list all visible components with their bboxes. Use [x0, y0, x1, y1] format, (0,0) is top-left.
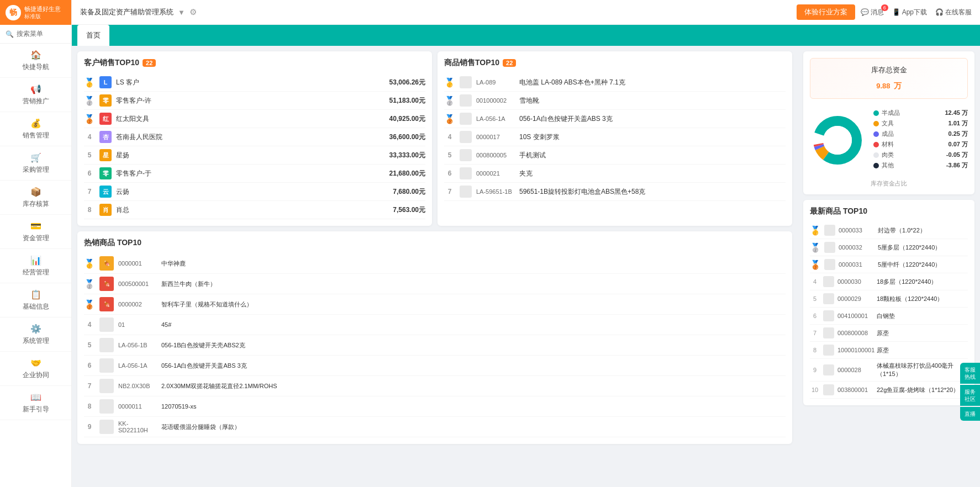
list-item: 6 LA-056-1A 056-1A白色按键开关盖ABS 3克 [84, 356, 786, 376]
product-code: 0000029 [837, 295, 873, 302]
message-badge: 6 [881, 4, 888, 11]
product-name: 12070519-xs [161, 403, 786, 410]
topbar-title: 装备及固定资产辅助管理系统 ▼ ⚙ [80, 7, 791, 17]
product-icon [824, 259, 835, 270]
medal-silver: 🥈 [84, 279, 95, 289]
product-code: 0000001 [118, 260, 157, 267]
product-name: 体械嘉枝味苏打饮品400毫升（1*15） [877, 362, 968, 378]
sidebar-item-0[interactable]: 🏠 快捷导航 [0, 44, 71, 78]
sidebar-item-3[interactable]: 🛒 采购管理 [0, 146, 71, 181]
trial-btn[interactable]: 体验行业方案 [797, 4, 855, 20]
sidebar-item-7[interactable]: 📋 基础信息 [0, 283, 71, 317]
rank-num: 7 [84, 382, 95, 390]
list-item: 4 01 45# [84, 315, 786, 335]
sidebar-item-2[interactable]: 💰 销售管理 [0, 112, 71, 146]
medal-bronze: 🥉 [84, 114, 95, 124]
table-row: 6 0000021 夹克 [444, 165, 786, 183]
sidebar-item-1[interactable]: 📢 营销推广 [0, 78, 71, 112]
rank-num: 5 [444, 151, 455, 159]
app-download-action[interactable]: 📱 App下载 [892, 8, 927, 17]
donut-chart [810, 113, 865, 168]
product-code: 000800005 [476, 152, 515, 158]
product-icon [823, 327, 834, 338]
product-code: 000500001 [118, 280, 157, 287]
medal-gold: 🥇 [84, 77, 95, 88]
product-icon [823, 384, 834, 395]
customer-value: 51,183.00元 [389, 96, 425, 105]
legend-dot [873, 152, 879, 158]
list-item: 🥉 0000031 5厘中纤（1220*2440） [810, 256, 968, 273]
legend-item: 其他 -3.86 万 [873, 161, 968, 170]
message-action[interactable]: 💬 消息 6 [861, 8, 884, 17]
list-item: 🥇 🍖 0000001 中华神鹿 [84, 253, 786, 274]
product-name: 056-1A白色按键开关盖ABS 3克 [519, 114, 786, 124]
hot-products-title: 热销商品 TOP10 [84, 238, 786, 248]
table-row: 7 LA-59651-1B 59651-1B旋转投影灯电池盒ABS黑色+58克 [444, 183, 786, 201]
product-code: LA-056-1A [118, 362, 157, 369]
table-row: 4 0000017 10S 变刺罗浆 [444, 128, 786, 146]
sidebar-item-8[interactable]: ⚙️ 系统管理 [0, 317, 71, 352]
tab-home[interactable]: 首页 [77, 25, 109, 46]
product-thumbnail: 🍖 [99, 256, 114, 271]
sidebar-item-6[interactable]: 📊 经营管理 [0, 249, 71, 283]
dropdown-icon[interactable]: ▼ [178, 8, 185, 17]
float-support-btn-2[interactable]: 直播 [960, 407, 980, 421]
medal-gold: 🥇 [810, 225, 821, 236]
sidebar-icon-7: 📋 [30, 289, 41, 300]
newest-products-title: 最新商品 TOP10 [810, 207, 968, 216]
list-item: 7 000800008 原垄 [810, 325, 968, 342]
product-code: 004100001 [837, 313, 873, 319]
product-name: 夹克 [519, 169, 786, 178]
product-name: 原垄 [877, 329, 968, 337]
customer-name: 云扬 [116, 187, 388, 197]
medal-bronze: 🥉 [810, 260, 821, 270]
product-thumbnail: 🍖 [99, 277, 114, 291]
sidebar-item-9[interactable]: 🤝 企业协同 [0, 352, 71, 386]
rank-num: 5 [810, 295, 820, 302]
rank-num: 9 [84, 423, 95, 431]
topbar: 装备及固定资产辅助管理系统 ▼ ⚙ 体验行业方案 💬 消息 6 📱 App下载 … [72, 0, 980, 25]
list-item: 5 LA-056-1B 056-1B白色按键开关壳ABS2克 [84, 335, 786, 356]
product-code: 0000011 [118, 403, 157, 410]
float-support-btn-0[interactable]: 客服热线 [960, 363, 980, 384]
list-item: 9 0000028 体械嘉枝味苏打饮品400毫升（1*15） [810, 359, 968, 382]
sidebar-item-5[interactable]: 💳 资金管理 [0, 215, 71, 249]
product-name: 新西兰牛肉（新牛） [161, 280, 786, 288]
sidebar-logo: 畅 畅捷通好生意 标准版 [0, 0, 71, 25]
online-service-action[interactable]: 🎧 在线客服 [935, 8, 972, 17]
rank-num: 8 [810, 347, 820, 353]
product-thumbnail [99, 358, 114, 373]
rank-num: 4 [84, 133, 95, 141]
chart-label: 库存资金占比 [810, 179, 968, 188]
product-code: 0000031 [839, 261, 874, 268]
customer-icon: 星 [99, 149, 112, 161]
float-support-btn-1[interactable]: 服务社区 [960, 385, 980, 406]
navtabs: 首页 [72, 25, 980, 46]
product-name: 18多层（1220*2440） [877, 278, 968, 286]
sidebar-icon-10: 📖 [30, 391, 41, 403]
product-thumbnail: 🍖 [99, 297, 114, 311]
product-code: 01 [118, 321, 157, 328]
settings-icon[interactable]: ⚙ [189, 7, 197, 17]
sidebar-icon-5: 💳 [30, 220, 41, 231]
product-name: 056-1B白色按键开关壳ABS2克 [161, 341, 786, 350]
list-item: 8 0000011 12070519-xs [84, 396, 786, 417]
customer-value: 40,925.00元 [389, 114, 425, 124]
medal-silver: 🥈 [84, 96, 95, 106]
list-item: 10 003800001 22g鱼豆腐-烧烤味（1*12*20） [810, 382, 968, 399]
list-item: 6 004100001 白钢垫 [810, 308, 968, 325]
legend-item: 成品 0.25 万 [873, 130, 968, 138]
legend-value: 1.01 万 [949, 119, 968, 128]
legend-name: 半成品 [882, 109, 942, 117]
sidebar-icon-3: 🛒 [30, 152, 41, 163]
customer-top10-title: 客户销售TOP10 22 [84, 58, 425, 68]
medal-gold: 🥇 [444, 77, 455, 88]
product-code: 0000017 [476, 134, 515, 140]
content-right: 库存总资金 9.88 万 [798, 46, 980, 487]
table-row: 🥉 红 红太阳文具 40,925.00元 [84, 110, 425, 128]
sidebar-search[interactable]: 🔍 搜索菜单 [0, 25, 71, 44]
customer-icon: 零 [99, 94, 112, 107]
sidebar-item-4[interactable]: 📦 库存核算 [0, 181, 71, 215]
sidebar-item-10[interactable]: 📖 新手引导 [0, 386, 71, 420]
sidebar-icon-1: 📢 [30, 83, 41, 94]
